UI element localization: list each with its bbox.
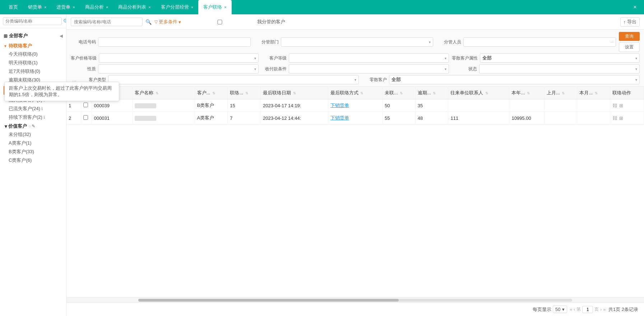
row-checkbox[interactable]	[83, 115, 88, 120]
page-nav: « ‹ 第 页 › »	[570, 306, 606, 313]
nav-home[interactable]: 首页	[4, 0, 23, 14]
last-method-link[interactable]: 下销货单	[330, 103, 349, 108]
export-button[interactable]: ↑ 导出	[620, 17, 640, 27]
retail-attr-arrow: ▾	[635, 56, 637, 60]
sidebar-collapse-btn[interactable]: ◀	[60, 34, 62, 38]
chevron-down-icon: ▾	[179, 19, 181, 25]
sidebar-item-declining[interactable]: 持续下滑客户(2) ℹ	[4, 113, 62, 122]
table-container: ⚙ 客户编码 ⇅ 客户名称 ⇅	[66, 87, 644, 297]
cell-action: ⛓ ⊞	[610, 112, 644, 124]
phone-input[interactable]	[98, 37, 251, 47]
my-customer-checkbox-area: 我分管的客户	[184, 19, 285, 25]
pagination: 每页显示 50 ▾ « ‹ 第 页 › » 共1页 2条记录	[66, 302, 644, 316]
more-conditions-btn[interactable]: ▽ 更多条件 ▾	[154, 19, 181, 25]
per-page-area: 每页显示 50 ▾	[533, 306, 567, 313]
sidebar-item-b-class[interactable]: B类客户(33)	[4, 147, 62, 156]
retail-customer-select[interactable]: 全部 ▾	[389, 75, 640, 84]
cell-last-month	[544, 112, 577, 124]
funnel-icon: ▽	[154, 19, 158, 24]
cell-no-contact: 55	[383, 112, 416, 124]
contact-count-sort-icon: ⇅	[245, 91, 248, 95]
cell-this-year	[509, 99, 544, 112]
value-edit-icon[interactable]: ✎	[32, 124, 35, 129]
nav-customer-contact[interactable]: 客户联络 ×	[198, 0, 231, 14]
price-level-select[interactable]: ▾	[99, 53, 259, 63]
status-select[interactable]: ▾	[479, 64, 640, 74]
sidebar-item-7days[interactable]: 近7天待联络(0)	[4, 67, 62, 76]
action-grid-icon[interactable]: ⊞	[619, 115, 623, 121]
window-close-button[interactable]: ×	[630, 2, 640, 13]
page-number-input[interactable]	[582, 306, 593, 313]
filter-price-level: 客户价格等级 ▾	[71, 53, 259, 63]
sidebar-item-today[interactable]: 今天待联络(0)	[4, 50, 62, 58]
cell-checkbox[interactable]	[81, 112, 92, 124]
filter-phone: 电话号码	[71, 37, 251, 47]
nav-product-analysis[interactable]: 商品分析 ×	[80, 0, 113, 14]
dept-select[interactable]: ▾	[281, 37, 434, 47]
close-sales-tab[interactable]: ×	[44, 5, 46, 9]
query-button[interactable]: 查询	[619, 32, 640, 41]
customer-type-select[interactable]: ▾	[108, 75, 359, 84]
payment-select[interactable]: ▾	[289, 64, 449, 74]
cell-name	[133, 99, 195, 112]
customer-level-select[interactable]: ▾	[289, 53, 449, 63]
sidebar-item-ungroup[interactable]: 未分组(32)	[4, 130, 62, 139]
pending-group-title[interactable]: ▼ 待联络客户	[4, 41, 62, 50]
set-button[interactable]: 设置	[619, 42, 640, 52]
export-icon: ↑	[624, 19, 626, 25]
nav-sales[interactable]: 销货单 ×	[23, 0, 51, 14]
per-page-arrow: ▾	[562, 307, 565, 312]
close-product-analysis-tab[interactable]: ×	[106, 5, 108, 9]
action-link-icon[interactable]: ⛓	[612, 103, 617, 108]
close-product-analysis-list-tab[interactable]: ×	[148, 5, 150, 9]
scrollbar-thumb[interactable]	[138, 299, 399, 302]
th-last-month: 上月... ⇅	[544, 87, 577, 99]
first-page-btn[interactable]: «	[570, 307, 573, 312]
value-group-title[interactable]: ▼ 价值客户 ○ ✎	[4, 122, 62, 130]
th-contact-count: 联络... ⇅	[228, 87, 261, 99]
this-month-sort-icon: ⇅	[595, 91, 598, 95]
sidebar-item-lost[interactable]: 已流失客户(24) ℹ	[4, 104, 62, 113]
action-link-icon[interactable]: ⛓	[612, 115, 617, 121]
cell-contact-person: 111	[448, 112, 509, 124]
retail-attr-select[interactable]: 全部 ▾	[480, 53, 640, 63]
filter-gender: 性质 ▾	[71, 64, 259, 74]
gender-select[interactable]: ▾	[98, 64, 259, 74]
grid-icon: ⊞	[4, 33, 8, 39]
all-customers-title[interactable]: ⊞ 全部客户 ◀	[4, 30, 62, 41]
last-method-link[interactable]: 下销货单	[330, 115, 349, 121]
sidebar-item-a-class[interactable]: A类客户(1)	[4, 139, 62, 147]
nav-product-analysis-list[interactable]: 商品分析列表 ×	[113, 0, 156, 14]
filter-bar: 🔍 ▽ 更多条件 ▾ 我分管的客户 ↑ 导出	[66, 14, 644, 30]
last-page-btn[interactable]: »	[603, 307, 606, 312]
th-name: 客户名称 ⇅	[133, 87, 195, 99]
row-checkbox[interactable]	[83, 103, 88, 107]
person-select[interactable]: ···	[463, 37, 616, 47]
cell-no-contact: 50	[383, 99, 416, 112]
data-table: ⚙ 客户编码 ⇅ 客户名称 ⇅	[66, 87, 644, 124]
sidebar-item-c-class[interactable]: C类客户(6)	[4, 156, 62, 165]
close-customer-contact-tab[interactable]: ×	[224, 5, 226, 9]
search-input[interactable]	[71, 18, 143, 26]
close-customer-segment-tab[interactable]: ×	[191, 5, 193, 9]
nav-purchase[interactable]: 进货单 ×	[51, 0, 80, 14]
search-icon[interactable]: 🔍	[145, 19, 152, 25]
sidebar-search-icon[interactable]: 🔍	[63, 19, 66, 24]
name-sort-icon: ⇅	[156, 91, 158, 95]
th-last-method: 最后联络方式 ⇅	[328, 87, 382, 99]
type-sort-icon: ⇅	[212, 91, 215, 95]
value-expand-icon: ▼	[4, 124, 8, 129]
action-grid-icon[interactable]: ⊞	[619, 103, 623, 108]
last-date-sort-icon: ⇅	[293, 91, 296, 95]
nav-customer-segment[interactable]: 客户分层经营 ×	[156, 0, 198, 14]
th-this-year: 本年... ⇅	[509, 87, 544, 99]
per-page-select[interactable]: 50 ▾	[553, 306, 567, 313]
my-customer-checkbox[interactable]	[184, 20, 256, 24]
person-dots: ···	[611, 40, 613, 44]
sidebar-search-input[interactable]	[3, 17, 62, 25]
next-page-btn[interactable]: ›	[600, 307, 602, 312]
close-purchase-tab[interactable]: ×	[73, 5, 75, 9]
horizontal-scrollbar[interactable]	[66, 297, 644, 302]
sidebar-item-tomorrow[interactable]: 明天待联络(1)	[4, 58, 62, 67]
prev-page-btn[interactable]: ‹	[574, 307, 575, 312]
